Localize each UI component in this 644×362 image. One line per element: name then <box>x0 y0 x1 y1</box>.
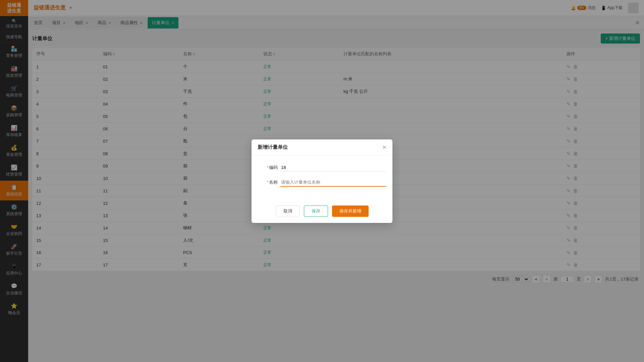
cancel-button[interactable]: 取消 <box>276 205 300 217</box>
modal-close-btn[interactable]: ✕ <box>382 144 386 150</box>
modal-overlay[interactable]: 新增计量单位 ✕ *编码 *名称 取消 保存 保存并新增 <box>0 0 644 362</box>
name-label: *名称 <box>258 179 278 185</box>
modal-body: *编码 *名称 <box>252 156 392 201</box>
code-form-row: *编码 <box>258 164 386 172</box>
save-and-new-button[interactable]: 保存并新增 <box>332 205 369 217</box>
modal-footer: 取消 保存 保存并新增 <box>252 201 392 223</box>
name-input[interactable] <box>280 178 386 187</box>
modal-title: 新增计量单位 <box>258 144 288 150</box>
modal-header: 新增计量单位 ✕ <box>252 139 392 156</box>
add-unit-modal: 新增计量单位 ✕ *编码 *名称 取消 保存 保存并新增 <box>252 139 392 223</box>
save-button[interactable]: 保存 <box>304 205 328 217</box>
code-label: *编码 <box>258 165 278 171</box>
code-input[interactable] <box>280 164 386 172</box>
code-required-mark: * <box>267 165 268 170</box>
name-form-row: *名称 <box>258 178 386 187</box>
name-required-mark: * <box>267 180 268 185</box>
